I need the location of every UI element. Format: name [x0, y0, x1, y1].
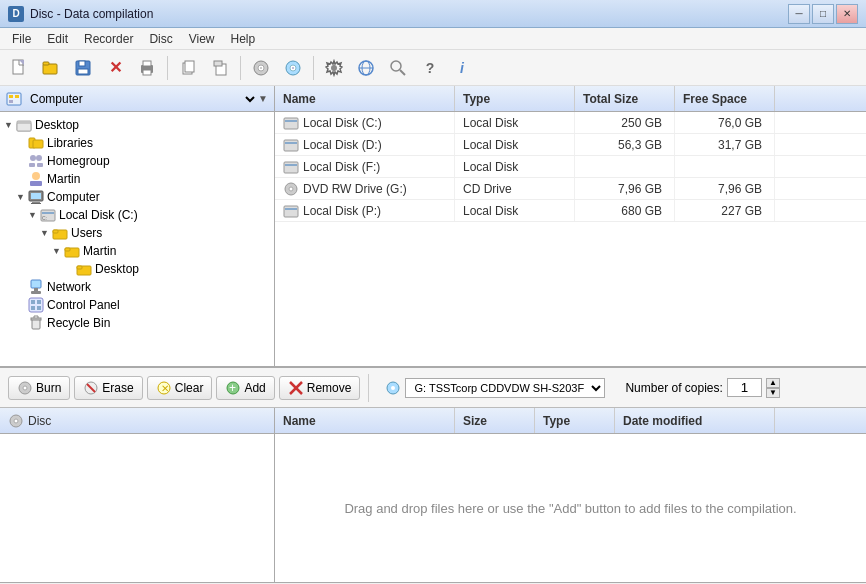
- menu-disc[interactable]: Disc: [141, 30, 180, 48]
- settings-button[interactable]: [319, 54, 349, 82]
- svg-rect-39: [30, 181, 42, 186]
- svg-rect-43: [31, 203, 41, 204]
- header-free-space: Free Space: [675, 86, 775, 111]
- tree-item-desktop[interactable]: ▼ Desktop: [4, 116, 270, 134]
- svg-text:+: +: [229, 381, 236, 395]
- svg-rect-68: [284, 140, 298, 151]
- svg-rect-27: [9, 95, 13, 98]
- copies-up[interactable]: ▲: [766, 378, 780, 388]
- svg-rect-53: [31, 280, 41, 288]
- tree-panel: Computer ▼ ▼ Desktop Libraries Homegroup: [0, 86, 275, 366]
- drop-zone-content[interactable]: Drag and drop files here or use the "Add…: [275, 434, 866, 582]
- file-row[interactable]: Local Disk (D:) Local Disk 56,3 GB 31,7 …: [275, 134, 866, 156]
- dz-header-size: Size: [455, 408, 535, 433]
- burn-cd-button[interactable]: [246, 54, 276, 82]
- maximize-button[interactable]: □: [812, 4, 834, 24]
- app-icon: D: [8, 6, 24, 22]
- network-button[interactable]: [351, 54, 381, 82]
- svg-point-24: [391, 61, 401, 71]
- search-button[interactable]: [383, 54, 413, 82]
- copies-input[interactable]: [727, 378, 762, 397]
- erase-button[interactable]: Erase: [74, 376, 142, 400]
- copies-control: Number of copies: ▲ ▼: [625, 378, 779, 398]
- svg-point-87: [391, 386, 395, 390]
- menu-edit[interactable]: Edit: [39, 30, 76, 48]
- burn-toolbar: Burn Erase ✕ Clear + Add Remove G: TSSTc…: [0, 368, 866, 408]
- svg-rect-37: [37, 163, 43, 167]
- svg-rect-60: [37, 306, 41, 310]
- info-button[interactable]: i: [447, 54, 477, 82]
- tree-item-users[interactable]: ▼ Users: [40, 224, 270, 242]
- svg-rect-54: [34, 288, 38, 291]
- svg-rect-36: [29, 163, 35, 167]
- tree-content: ▼ Desktop Libraries Homegroup Martin ▼: [0, 112, 274, 336]
- svg-rect-62: [31, 318, 41, 320]
- copy-button[interactable]: [173, 54, 203, 82]
- tree-item-computer[interactable]: ▼ Computer: [16, 188, 270, 206]
- tree-item-desktop-sub[interactable]: Desktop: [64, 260, 270, 278]
- svg-rect-26: [7, 93, 21, 105]
- svg-point-89: [14, 419, 18, 423]
- menu-recorder[interactable]: Recorder: [76, 30, 141, 48]
- copies-down[interactable]: ▼: [766, 388, 780, 398]
- tree-dropdown[interactable]: Computer: [26, 91, 258, 107]
- tree-item-homegroup[interactable]: Homegroup: [16, 152, 270, 170]
- tree-item-martin[interactable]: Martin: [16, 170, 270, 188]
- open-button[interactable]: [36, 54, 66, 82]
- svg-rect-67: [285, 120, 297, 122]
- file-list-header: Name Type Total Size Free Space: [275, 86, 866, 112]
- svg-rect-41: [31, 193, 41, 199]
- tree-item-local-c[interactable]: ▼ C: Local Disk (C:): [28, 206, 270, 224]
- svg-rect-55: [31, 291, 41, 294]
- paste-button[interactable]: [205, 54, 235, 82]
- file-row[interactable]: DVD RW Drive (G:) CD Drive 7,96 GB 7,96 …: [275, 178, 866, 200]
- remove-button[interactable]: Remove: [279, 376, 361, 400]
- header-total-size: Total Size: [575, 86, 675, 111]
- disc-tree-panel: Disc: [0, 408, 275, 582]
- drive-select-container: G: TSSTcorp CDDVDW SH-S203F: [385, 378, 605, 398]
- menu-file[interactable]: File: [4, 30, 39, 48]
- svg-rect-28: [15, 95, 19, 98]
- svg-rect-75: [285, 208, 297, 210]
- drop-zone-panel: Name Size Type Date modified Drag and dr…: [275, 408, 866, 582]
- svg-rect-70: [284, 162, 298, 173]
- help-button[interactable]: ?: [415, 54, 445, 82]
- dz-header-date: Date modified: [615, 408, 775, 433]
- svg-point-19: [292, 67, 294, 69]
- menu-view[interactable]: View: [181, 30, 223, 48]
- tree-item-recycle-bin[interactable]: Recycle Bin: [16, 314, 270, 332]
- tree-item-network[interactable]: Network: [16, 278, 270, 296]
- svg-point-20: [331, 65, 337, 71]
- tree-item-libraries[interactable]: Libraries: [16, 134, 270, 152]
- burn-dvd-button[interactable]: [278, 54, 308, 82]
- tree-item-control-panel[interactable]: Control Panel: [16, 296, 270, 314]
- print-button[interactable]: [132, 54, 162, 82]
- svg-rect-33: [33, 140, 43, 148]
- svg-rect-48: [53, 230, 58, 233]
- minimize-button[interactable]: ─: [788, 4, 810, 24]
- svg-rect-71: [285, 164, 297, 166]
- burn-button[interactable]: Burn: [8, 376, 70, 400]
- file-row[interactable]: Local Disk (C:) Local Disk 250 GB 76,0 G…: [275, 112, 866, 134]
- new-button[interactable]: [4, 54, 34, 82]
- delete-button[interactable]: ✕: [100, 54, 130, 82]
- copies-spinner: ▲ ▼: [766, 378, 780, 398]
- window-controls: ─ □ ✕: [788, 4, 858, 24]
- add-button[interactable]: + Add: [216, 376, 274, 400]
- drive-dropdown[interactable]: G: TSSTcorp CDDVDW SH-S203F: [405, 378, 605, 398]
- close-button[interactable]: ✕: [836, 4, 858, 24]
- file-row[interactable]: Local Disk (F:) Local Disk: [275, 156, 866, 178]
- file-list-panel: Name Type Total Size Free Space Local Di…: [275, 86, 866, 366]
- tree-header: Computer ▼: [0, 86, 274, 112]
- save-button[interactable]: [68, 54, 98, 82]
- svg-rect-57: [31, 300, 35, 304]
- file-row[interactable]: Local Disk (P:) Local Disk 680 GB 227 GB: [275, 200, 866, 222]
- svg-text:✕: ✕: [161, 383, 169, 394]
- svg-rect-9: [143, 70, 151, 75]
- tree-item-martin-folder[interactable]: ▼ Martin: [52, 242, 270, 260]
- menu-help[interactable]: Help: [223, 30, 264, 48]
- header-type: Type: [455, 86, 575, 111]
- drop-zone-header: Name Size Type Date modified: [275, 408, 866, 434]
- svg-point-77: [23, 386, 27, 390]
- clear-button[interactable]: ✕ Clear: [147, 376, 213, 400]
